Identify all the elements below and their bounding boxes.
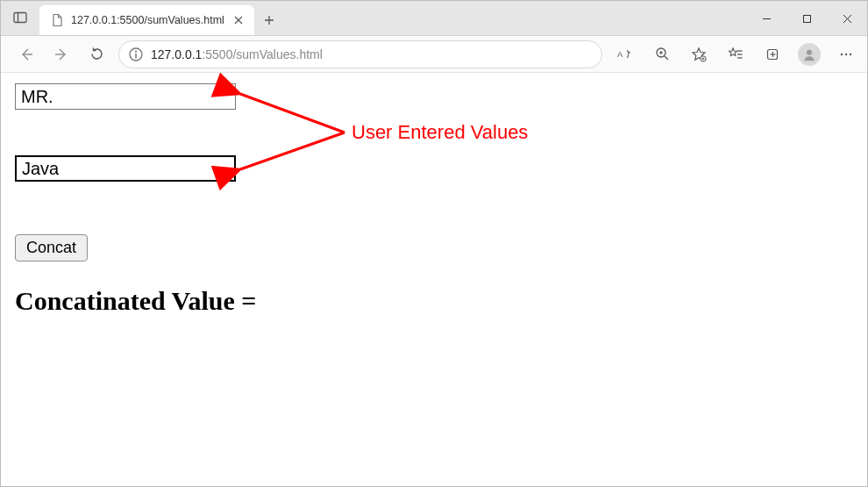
svg-point-26 <box>845 53 847 54</box>
toolbar: 127.0.0.1:5500/sumValues.html A» <box>1 36 867 73</box>
tab-close-button[interactable] <box>231 13 245 27</box>
page-viewport: Concat Concatinated Value = User Entered… <box>1 73 867 486</box>
window-maximize-button[interactable] <box>786 1 827 36</box>
page-icon <box>50 13 64 27</box>
svg-text:A: A <box>617 49 623 59</box>
result-prefix: Concatinated Value = <box>15 286 256 315</box>
svg-rect-8 <box>135 53 137 58</box>
window-minimize-button[interactable] <box>746 1 786 36</box>
svg-point-25 <box>841 53 843 54</box>
favorites-button[interactable] <box>685 40 713 68</box>
input-2[interactable] <box>15 155 236 182</box>
favorites-bar-button[interactable] <box>722 40 750 68</box>
input-1[interactable] <box>15 83 236 110</box>
forward-button[interactable] <box>48 41 75 68</box>
svg-line-12 <box>665 56 668 60</box>
tab-title: 127.0.0.1:5500/sumValues.html <box>71 14 224 26</box>
result-heading: Concatinated Value = <box>15 286 853 316</box>
new-tab-button[interactable] <box>254 5 284 35</box>
zoom-button[interactable] <box>648 40 676 68</box>
svg-text:»: » <box>628 49 631 54</box>
svg-point-27 <box>850 53 851 54</box>
address-bar[interactable]: 127.0.0.1:5500/sumValues.html <box>118 40 602 68</box>
annotation-label: User Entered Values <box>352 121 528 144</box>
url-text: 127.0.0.1:5500/sumValues.html <box>151 47 323 61</box>
svg-rect-0 <box>14 13 26 23</box>
tab-actions-button[interactable] <box>1 0 39 35</box>
browser-tab[interactable]: 127.0.0.1:5500/sumValues.html <box>39 5 254 35</box>
avatar-icon <box>798 43 821 66</box>
read-aloud-button[interactable]: A» <box>611 40 639 68</box>
svg-point-7 <box>135 50 137 52</box>
titlebar: 127.0.0.1:5500/sumValues.html <box>1 1 867 36</box>
site-info-icon[interactable] <box>128 47 144 62</box>
window-close-button[interactable] <box>827 1 867 36</box>
collections-button[interactable] <box>758 40 786 68</box>
svg-rect-3 <box>803 15 810 22</box>
back-button[interactable] <box>13 41 39 68</box>
svg-point-24 <box>807 49 812 54</box>
profile-button[interactable] <box>795 40 823 68</box>
refresh-button[interactable] <box>83 41 110 68</box>
concat-button[interactable]: Concat <box>15 234 88 261</box>
more-button[interactable] <box>832 40 860 68</box>
